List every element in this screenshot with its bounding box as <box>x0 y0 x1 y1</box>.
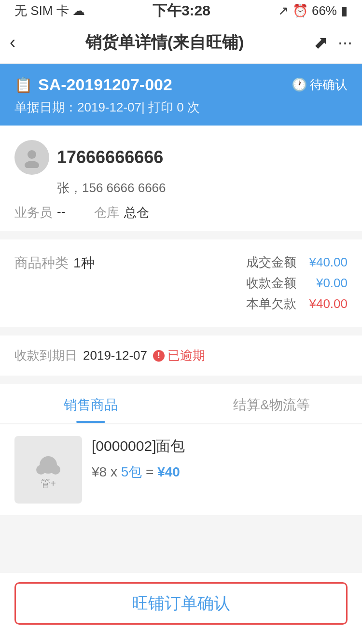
page-title: 销货单详情(来自旺铺) <box>85 31 244 54</box>
print-info: | 打印 0 次 <box>141 100 200 114</box>
order-id-row: 📋 SA-20191207-002 🕐 待确认 <box>14 75 348 94</box>
overdue-icon: ! <box>153 350 165 362</box>
customer-section: 17666666666 张，156 6666 6666 业务员 -- 仓库 总仓 <box>0 126 362 231</box>
tabs-section: 销售商品 结算&物流等 <box>0 384 362 423</box>
battery-icon: ▮ <box>341 3 348 18</box>
customer-row: 17666666666 <box>14 140 348 175</box>
status-bar: 无 SIM 卡 ☁ 下午3:28 ↗ ⏰ 66% ▮ <box>0 0 362 21</box>
order-header: 📋 SA-20191207-002 🕐 待确认 单据日期：2019-12-07|… <box>0 64 362 126</box>
warehouse-item: 仓库 总仓 <box>94 204 149 221</box>
share-button[interactable]: ⬈ <box>314 32 328 53</box>
order-status-text: 待确认 <box>310 76 348 93</box>
multiply-icon: x <box>111 464 117 479</box>
back-button[interactable]: ‹ <box>10 32 15 53</box>
product-type-label: 商品种类 <box>14 254 69 272</box>
divider-1 <box>0 232 362 239</box>
overdue-text: 已逾期 <box>167 347 205 364</box>
order-icon: 📋 <box>14 76 32 93</box>
svg-point-0 <box>28 150 36 159</box>
product-item: 管+ [0000002]面包 ¥8 x 5包 = ¥40 <box>14 436 348 504</box>
transaction-label: 成交金额 <box>246 254 296 271</box>
customer-meta: 业务员 -- 仓库 总仓 <box>14 204 348 221</box>
confirm-button-label: 旺铺订单确认 <box>132 592 230 615</box>
product-type-value: 1种 <box>73 254 95 272</box>
warehouse-value: 总仓 <box>124 204 149 221</box>
salesperson-value: -- <box>57 204 65 221</box>
alarm-icon: ⏰ <box>292 3 308 18</box>
more-button[interactable]: ··· <box>338 32 352 53</box>
debt-label: 本单欠款 <box>246 295 296 312</box>
transaction-row: 成交金额 ¥40.00 <box>246 254 348 271</box>
svg-point-3 <box>36 465 46 475</box>
collection-label: 收款金额 <box>246 275 296 292</box>
salesperson-item: 业务员 -- <box>14 204 65 221</box>
order-status: 🕐 待确认 <box>292 76 348 93</box>
collection-value: ¥0.00 <box>304 276 348 291</box>
summary-section: 商品种类 1种 成交金额 ¥40.00 收款金额 ¥0.00 本单欠款 ¥40.… <box>0 239 362 327</box>
status-right: ↗ ⏰ 66% ▮ <box>278 3 348 18</box>
svg-point-1 <box>25 161 39 168</box>
confirm-order-button[interactable]: 旺铺订单确认 <box>14 582 348 625</box>
nav-left[interactable]: ‹ <box>10 32 15 53</box>
order-id: SA-20191207-002 <box>38 75 172 94</box>
product-name: [0000002]面包 <box>92 436 348 456</box>
product-price: ¥8 x 5包 = ¥40 <box>92 463 348 481</box>
transaction-value: ¥40.00 <box>304 255 348 270</box>
tab-settlement[interactable]: 结算&物流等 <box>181 384 362 423</box>
battery-level: 66% <box>312 3 337 18</box>
amount-summary: 成交金额 ¥40.00 收款金额 ¥0.00 本单欠款 ¥40.00 <box>246 254 348 312</box>
product-type: 商品种类 1种 <box>14 254 95 272</box>
divider-3 <box>0 377 362 384</box>
svg-point-4 <box>51 465 60 475</box>
order-date-row: 单据日期：2019-12-07| 打印 0 次 <box>14 99 348 116</box>
date-label: 单据日期： <box>14 100 77 114</box>
debt-row: 本单欠款 ¥40.00 <box>246 295 348 312</box>
tab-settlement-label: 结算&物流等 <box>233 397 310 412</box>
due-date-section: 收款到期日 2019-12-07 ! 已逾期 <box>0 336 362 376</box>
warehouse-label: 仓库 <box>94 204 119 221</box>
salesperson-label: 业务员 <box>14 204 52 221</box>
collection-row: 收款金额 ¥0.00 <box>246 275 348 292</box>
due-label: 收款到期日 <box>14 347 77 364</box>
status-left: 无 SIM 卡 ☁ <box>14 2 85 19</box>
product-qty: 5包 <box>121 464 142 479</box>
tab-sales-goods-label: 销售商品 <box>64 397 118 412</box>
equals-icon: = <box>146 464 153 479</box>
product-total: ¥40 <box>157 464 180 479</box>
bottom-bar: 旺铺订单确认 <box>0 572 362 644</box>
product-section: 管+ [0000002]面包 ¥8 x 5包 = ¥40 <box>0 424 362 515</box>
product-thumbnail: 管+ <box>14 436 82 504</box>
order-date-value: 2019-12-07 <box>77 100 141 114</box>
sim-status: 无 SIM 卡 ☁ <box>14 2 85 19</box>
product-logo: 管+ <box>27 448 70 491</box>
clock-icon: 🕐 <box>292 77 307 92</box>
divider-2 <box>0 328 362 336</box>
nav-right[interactable]: ⬈ ··· <box>314 32 352 53</box>
nav-bar: ‹ 销货单详情(来自旺铺) ⬈ ··· <box>0 21 362 64</box>
user-icon <box>21 147 42 168</box>
debt-value: ¥40.00 <box>304 296 348 311</box>
location-icon: ↗ <box>278 3 289 18</box>
due-date-value: 2019-12-07 <box>83 348 147 363</box>
product-info: [0000002]面包 ¥8 x 5包 = ¥40 <box>92 436 348 481</box>
customer-phone: 17666666666 <box>57 147 163 168</box>
overdue-badge: ! 已逾期 <box>153 347 205 364</box>
tab-sales-goods[interactable]: 销售商品 <box>0 384 181 423</box>
customer-name: 张，156 6666 6666 <box>57 180 348 196</box>
avatar <box>14 140 49 175</box>
status-time: 下午3:28 <box>153 1 210 21</box>
svg-text:管+: 管+ <box>41 478 56 489</box>
price-unit: ¥8 <box>92 464 107 479</box>
